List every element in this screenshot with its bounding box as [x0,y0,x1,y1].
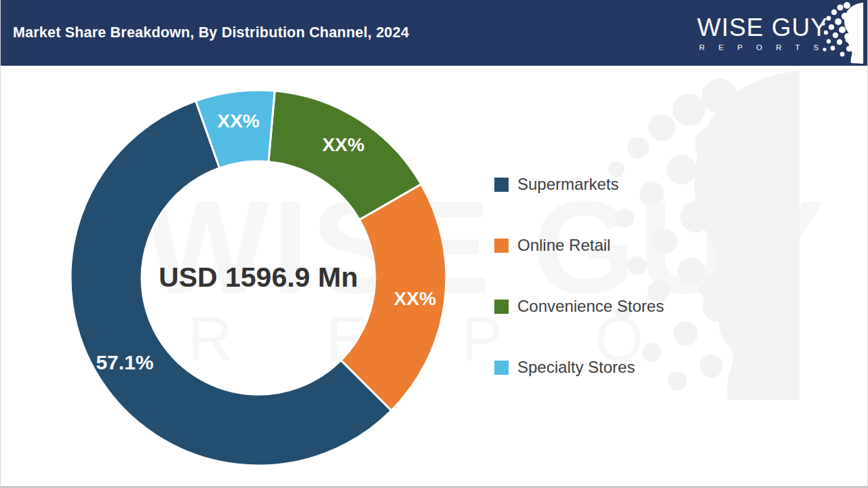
slice-value-label: 57.1% [96,351,153,373]
report-chart-page: Market Share Breakdown, By Distribution … [0,0,868,488]
header: Market Share Breakdown, By Distribution … [1,0,867,66]
wiseguy-logo: WISE GUY R E P O R T S [697,2,863,64]
legend-swatch [494,239,509,253]
legend-swatch [494,300,509,314]
donut-chart: XX%XX%57.1%XX% [1,0,868,488]
logo-wordmark: WISE GUY [697,15,828,40]
legend-swatch [494,178,509,192]
logo-subtitle: R E P O R T S [699,43,825,52]
slice-value-label: XX% [322,134,364,155]
legend-item-supermarkets: Supermarkets [494,154,664,215]
legend-item-convenience-stores: Convenience Stores [494,276,664,337]
legend-label: Specialty Stores [517,358,635,377]
chart-title: Market Share Breakdown, By Distribution … [13,24,409,41]
legend-swatch [494,361,509,375]
slice-value-label: XX% [394,288,436,309]
legend-label: Supermarkets [517,175,618,194]
logo-face-icon [818,2,863,64]
chart-total-label: USD 1596.9 Mn [159,262,358,293]
legend-item-specialty-stores: Specialty Stores [494,337,664,398]
legend-label: Online Retail [517,236,610,255]
legend: SupermarketsOnline RetailConvenience Sto… [494,154,664,398]
legend-label: Convenience Stores [517,297,664,316]
slice-value-label: XX% [218,110,260,131]
legend-item-online-retail: Online Retail [494,215,664,276]
